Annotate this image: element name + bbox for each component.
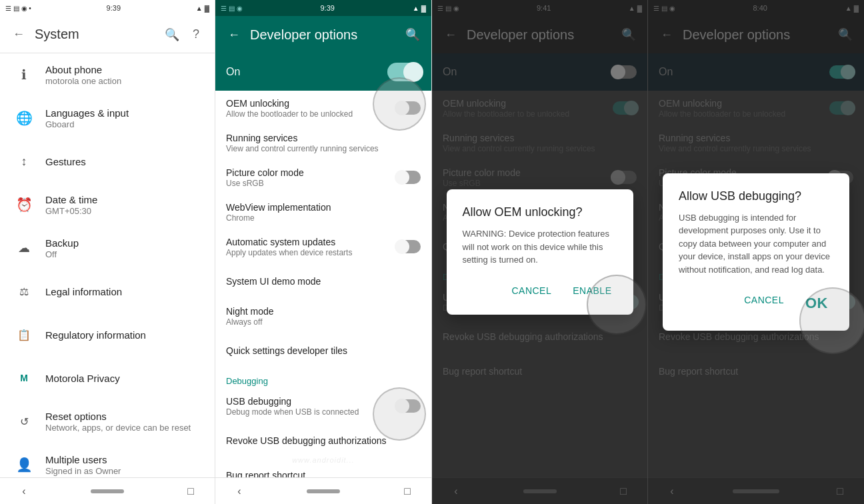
settings-item-backup[interactable]: ☁ Backup Off bbox=[0, 227, 215, 270]
autoupdates-subtitle: Apply updates when device restarts bbox=[226, 248, 397, 257]
backup-subtitle: Off bbox=[45, 249, 204, 259]
autoupdates-title: Automatic system updates bbox=[226, 237, 397, 247]
colormode-subtitle: Use sRGB bbox=[226, 179, 397, 188]
dev-item-running[interactable]: Running services View and control curren… bbox=[215, 125, 431, 160]
time-1: 9:39 bbox=[107, 4, 121, 12]
back-button-2[interactable]: ← bbox=[226, 27, 242, 43]
dev-item-usb[interactable]: USB debugging Debug mode when USB is con… bbox=[215, 389, 431, 423]
appbar-2: ← Developer options 🔍 bbox=[215, 16, 431, 53]
autoupdates-text: Automatic system updates Apply updates w… bbox=[226, 237, 397, 257]
webview-subtitle: Chrome bbox=[226, 213, 421, 223]
datetime-icon: ⏰ bbox=[11, 191, 37, 218]
search-button-2[interactable]: 🔍 bbox=[405, 27, 421, 43]
datetime-subtitle: GMT+05:30 bbox=[45, 206, 204, 216]
dev-item-autoupdates[interactable]: Automatic system updates Apply updates w… bbox=[215, 229, 431, 264]
usb-dialog-message: USB debugging is intended for developmen… bbox=[679, 211, 833, 277]
on-toggle-row-2: On bbox=[215, 53, 431, 91]
dev-item-quicktiles[interactable]: Quick settings developer tiles bbox=[215, 333, 431, 368]
oem-title: OEM unlocking bbox=[226, 98, 397, 109]
appbar-title-2: Developer options bbox=[250, 27, 397, 43]
uidemo-title: System UI demo mode bbox=[226, 276, 421, 287]
settings-item-privacy[interactable]: M Motorola Privacy bbox=[0, 357, 215, 400]
bugreport-title: Bug report shortcut bbox=[226, 470, 421, 477]
search-button-1[interactable]: 🔍 bbox=[164, 27, 180, 43]
settings-item-regulatory[interactable]: 📋 Regulatory information bbox=[0, 313, 215, 357]
dev-item-nightmode[interactable]: Night mode Always off bbox=[215, 299, 431, 333]
dev-item-uidemo[interactable]: System UI demo mode bbox=[215, 264, 431, 299]
running-title: Running services bbox=[226, 133, 421, 143]
settings-list-1: ℹ About phone motorola one action 🌐 Lang… bbox=[0, 53, 215, 477]
watermark-2: www.androidit... bbox=[215, 456, 431, 464]
usb-toggle[interactable] bbox=[397, 399, 421, 413]
oem-dialog-overlay: Allow OEM unlocking? WARNING: Device pro… bbox=[432, 0, 647, 504]
running-subtitle: View and control currently running servi… bbox=[226, 144, 421, 153]
autoupdates-toggle[interactable] bbox=[397, 240, 421, 253]
usb-text: USB debugging Debug mode when USB is con… bbox=[226, 396, 397, 417]
notification-icons-1: ☰ ▤ ◉ • bbox=[5, 5, 31, 12]
legal-icon: ⚖ bbox=[11, 278, 37, 305]
reset-title: Reset options bbox=[45, 411, 204, 422]
uidemo-text: System UI demo mode bbox=[226, 276, 421, 287]
legal-title: Legal information bbox=[45, 286, 204, 297]
settings-item-gestures[interactable]: ↕ Gestures bbox=[0, 140, 215, 183]
bottom-nav-1: ‹ □ bbox=[0, 477, 215, 504]
dev-item-webview[interactable]: WebView implementation Chrome bbox=[215, 195, 431, 229]
appbar-title-1: System bbox=[35, 27, 156, 42]
usb-cancel-button[interactable]: Cancel bbox=[739, 292, 789, 315]
back-nav-1[interactable]: ‹ bbox=[16, 483, 32, 499]
dev-item-colormode[interactable]: Picture color mode Use sRGB bbox=[215, 160, 431, 195]
back-nav-2[interactable]: ‹ bbox=[231, 483, 247, 499]
oem-dialog-message: WARNING: Device protection features will… bbox=[463, 227, 617, 267]
languages-icon: 🌐 bbox=[11, 105, 37, 131]
colormode-toggle-thumb bbox=[395, 170, 409, 185]
reset-subtitle: Network, apps, or device can be reset bbox=[45, 423, 204, 433]
status-icons-right-1: ▲ ▓ bbox=[196, 5, 209, 12]
regulatory-title: Regulatory information bbox=[45, 329, 204, 341]
back-button-1[interactable]: ← bbox=[11, 27, 27, 43]
backup-text: Backup Off bbox=[45, 237, 204, 259]
bottom-nav-2: ‹ □ bbox=[215, 477, 431, 504]
help-button-1[interactable]: ? bbox=[188, 27, 204, 43]
panel-system-settings: ☰ ▤ ◉ • 9:39 ▲ ▓ ← System 🔍 ? ℹ About ph… bbox=[0, 0, 215, 504]
oem-subtitle: Allow the bootloader to be unlocked bbox=[226, 109, 397, 119]
time-2: 9:39 bbox=[320, 4, 334, 12]
usb-toggle-thumb bbox=[395, 399, 409, 413]
regulatory-icon: 📋 bbox=[11, 321, 37, 348]
settings-item-languages[interactable]: 🌐 Languages & input Gboard bbox=[0, 97, 215, 140]
revoke-title: Revoke USB debugging authorizations bbox=[226, 435, 421, 446]
status-bar-1: ☰ ▤ ◉ • 9:39 ▲ ▓ bbox=[0, 0, 215, 16]
recents-nav-1[interactable]: □ bbox=[183, 483, 199, 499]
dev-item-oem[interactable]: OEM unlocking Allow the bootloader to be… bbox=[215, 91, 431, 125]
regulatory-text: Regulatory information bbox=[45, 329, 204, 341]
settings-item-datetime[interactable]: ⏰ Date & time GMT+05:30 bbox=[0, 183, 215, 227]
dev-item-revoke[interactable]: Revoke USB debugging authorizations bbox=[215, 423, 431, 458]
settings-item-reset[interactable]: ↺ Reset options Network, apps, or device… bbox=[0, 400, 215, 443]
settings-item-legal[interactable]: ⚖ Legal information bbox=[0, 270, 215, 313]
battery-icon-1: ▓ bbox=[205, 5, 209, 12]
oem-dialog: Allow OEM unlocking? WARNING: Device pro… bbox=[447, 189, 633, 315]
home-pill-2[interactable] bbox=[307, 489, 340, 493]
oem-toggle-thumb bbox=[395, 101, 409, 115]
oem-cancel-button[interactable]: Cancel bbox=[506, 283, 557, 299]
users-text: Multiple users Signed in as Owner bbox=[45, 454, 204, 476]
about-text: About phone motorola one action bbox=[45, 64, 204, 86]
panel-oem-dialog: ☰ ▤ ◉ 9:41 ▲ ▓ ← Developer options 🔍 On … bbox=[432, 0, 648, 504]
wifi-icon-2: ▲ bbox=[413, 5, 419, 12]
debugging-header-2: Debugging bbox=[215, 368, 431, 389]
gestures-icon: ↕ bbox=[11, 148, 37, 175]
datetime-title: Date & time bbox=[45, 194, 204, 205]
oem-dialog-title: Allow OEM unlocking? bbox=[463, 205, 617, 219]
settings-item-users[interactable]: 👤 Multiple users Signed in as Owner bbox=[0, 443, 215, 477]
recents-nav-2[interactable]: □ bbox=[399, 483, 415, 499]
colormode-toggle[interactable] bbox=[397, 171, 421, 184]
languages-title: Languages & input bbox=[45, 107, 204, 119]
privacy-title: Motorola Privacy bbox=[45, 373, 204, 384]
toggle-thumb-2 bbox=[403, 62, 423, 82]
settings-item-about[interactable]: ℹ About phone motorola one action bbox=[0, 53, 215, 97]
quicktiles-title: Quick settings developer tiles bbox=[226, 345, 421, 356]
on-toggle-2[interactable] bbox=[387, 63, 421, 81]
gestures-title: Gestures bbox=[45, 156, 204, 167]
users-subtitle: Signed in as Owner bbox=[45, 466, 204, 476]
home-pill-1[interactable] bbox=[91, 489, 124, 493]
oem-toggle[interactable] bbox=[397, 101, 421, 115]
